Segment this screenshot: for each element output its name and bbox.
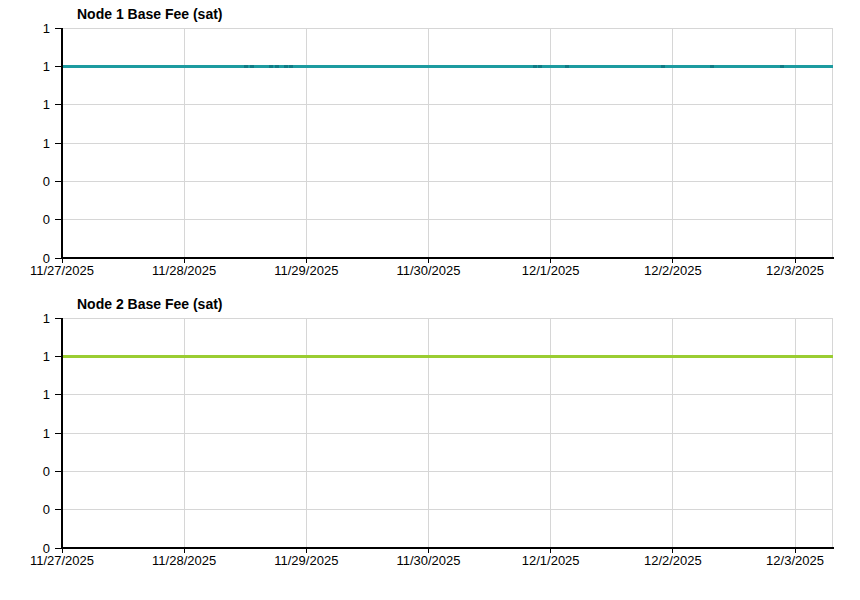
- gridline-horizontal: [62, 181, 833, 182]
- x-tick-label: 12/2/2025: [625, 263, 721, 278]
- series-line: [62, 355, 833, 358]
- data-point-marker: [250, 65, 254, 68]
- chart-title-node-2: Node 2 Base Fee (sat): [77, 296, 223, 312]
- data-point-marker: [780, 65, 784, 68]
- y-tick-label: 0: [6, 464, 50, 479]
- plot-area-node-1: 111100011/27/202511/28/202511/29/202511/…: [62, 28, 833, 258]
- x-tick-label: 12/2/2025: [625, 553, 721, 568]
- gridline-vertical: [184, 28, 185, 258]
- gridline-horizontal: [62, 433, 833, 434]
- y-axis-line: [61, 318, 63, 549]
- gridline-horizontal: [62, 471, 833, 472]
- y-tick-label: 0: [6, 502, 50, 517]
- y-tick-label: 1: [6, 59, 50, 74]
- x-tick-label: 12/1/2025: [503, 553, 599, 568]
- x-tick-label: 11/27/2025: [14, 553, 110, 568]
- series-line: [62, 65, 833, 68]
- gridline-horizontal: [62, 394, 833, 395]
- gridline-horizontal: [62, 219, 833, 220]
- x-axis-line: [61, 257, 834, 259]
- data-point-marker: [269, 65, 273, 68]
- x-tick-label: 11/29/2025: [258, 263, 354, 278]
- data-point-marker: [289, 65, 293, 68]
- y-tick-label: 1: [6, 97, 50, 112]
- gridline-vertical: [184, 318, 185, 548]
- x-tick-label: 11/30/2025: [381, 553, 477, 568]
- gridline-vertical: [795, 318, 796, 548]
- plot-right-border: [832, 318, 833, 548]
- x-tick-label: 11/27/2025: [14, 263, 110, 278]
- data-point-marker: [661, 65, 665, 68]
- gridline-vertical: [795, 28, 796, 258]
- y-tick-label: 0: [6, 174, 50, 189]
- y-tick-label: 1: [6, 387, 50, 402]
- y-tick-label: 1: [6, 21, 50, 36]
- data-point-marker: [710, 65, 714, 68]
- gridline-vertical: [428, 28, 429, 258]
- y-tick-label: 1: [6, 349, 50, 364]
- gridline-vertical: [428, 318, 429, 548]
- gridline-vertical: [306, 318, 307, 548]
- chart-node-1-base-fee: Node 1 Base Fee (sat) 111100011/27/20251…: [0, 6, 860, 296]
- data-point-marker: [533, 65, 537, 68]
- gridline-horizontal: [62, 509, 833, 510]
- y-tick-label: 1: [6, 426, 50, 441]
- data-point-marker: [244, 65, 248, 68]
- chart-title-node-1: Node 1 Base Fee (sat): [77, 6, 223, 22]
- gridline-horizontal: [62, 104, 833, 105]
- chart-node-2-base-fee: Node 2 Base Fee (sat) 111100011/27/20251…: [0, 296, 860, 586]
- x-axis-line: [61, 547, 834, 549]
- y-tick-label: 1: [6, 136, 50, 151]
- plot-area-node-2: 111100011/27/202511/28/202511/29/202511/…: [62, 318, 833, 548]
- x-tick-label: 11/29/2025: [258, 553, 354, 568]
- x-tick-label: 11/28/2025: [136, 263, 232, 278]
- gridline-vertical: [672, 318, 673, 548]
- gridline-vertical: [550, 318, 551, 548]
- gridline-vertical: [550, 28, 551, 258]
- gridline-vertical: [672, 28, 673, 258]
- data-point-marker: [565, 65, 569, 68]
- x-tick-label: 12/3/2025: [747, 553, 843, 568]
- data-point-marker: [538, 65, 542, 68]
- y-tick-label: 0: [6, 212, 50, 227]
- x-tick-label: 12/3/2025: [747, 263, 843, 278]
- gridline-horizontal: [62, 28, 833, 29]
- x-tick-label: 12/1/2025: [503, 263, 599, 278]
- data-point-marker: [284, 65, 288, 68]
- gridline-horizontal: [62, 318, 833, 319]
- gridline-vertical: [306, 28, 307, 258]
- y-axis-line: [61, 28, 63, 259]
- charts-canvas: Node 1 Base Fee (sat) 111100011/27/20251…: [0, 0, 860, 600]
- gridline-horizontal: [62, 143, 833, 144]
- x-tick-label: 11/30/2025: [381, 263, 477, 278]
- plot-right-border: [832, 28, 833, 258]
- data-point-marker: [275, 65, 279, 68]
- x-tick-label: 11/28/2025: [136, 553, 232, 568]
- y-tick-label: 1: [6, 311, 50, 326]
